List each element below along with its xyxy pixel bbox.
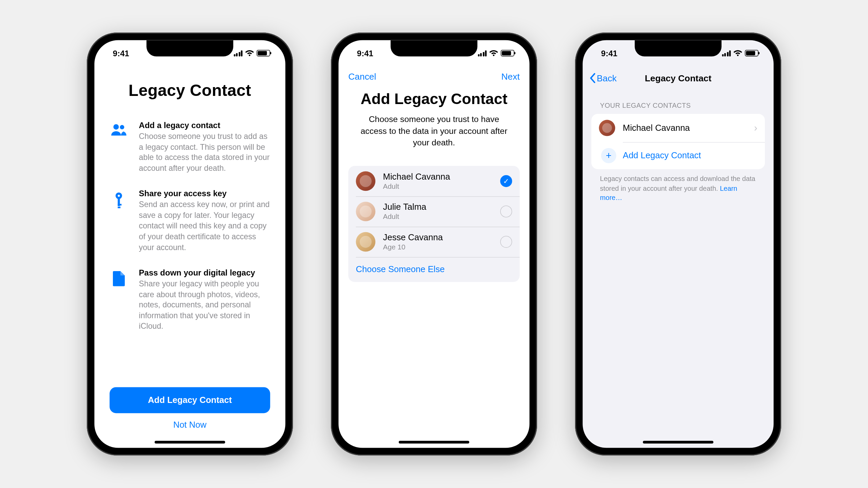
svg-point-0 (113, 124, 119, 129)
feature-title: Add a legacy contact (139, 120, 270, 129)
add-legacy-contact-row[interactable]: + Add Legacy Contact (591, 142, 765, 169)
notch (146, 40, 233, 56)
page-subtitle: Choose someone you trust to have access … (348, 113, 520, 148)
feature-body: Share your legacy with people you care a… (139, 279, 270, 332)
contact-name: Michael Cavanna (383, 172, 493, 182)
feature-title: Share your access key (139, 189, 270, 198)
battery-icon (501, 50, 514, 56)
footer-text: Legacy contacts can access and download … (591, 169, 765, 203)
phone-1: 9:41 Legacy Contact Add a legacy contact… (87, 33, 293, 455)
wifi-icon (489, 50, 498, 56)
home-indicator[interactable] (399, 441, 469, 444)
contact-row-jesse[interactable]: Jesse Cavanna Age 10 (348, 227, 520, 257)
battery-icon (257, 50, 270, 56)
status-time: 9:41 (357, 48, 373, 58)
next-button[interactable]: Next (501, 72, 520, 82)
wifi-icon (245, 50, 254, 56)
cancel-button[interactable]: Cancel (348, 72, 376, 82)
section-header: Your Legacy Contacts (600, 102, 765, 109)
svg-point-3 (118, 195, 120, 197)
notch (391, 40, 477, 56)
page-title: Add Legacy Contact (348, 90, 520, 108)
contact-subtitle: Adult (383, 212, 493, 221)
radio-icon[interactable] (500, 206, 512, 218)
choose-someone-else-button[interactable]: Choose Someone Else (348, 257, 520, 282)
legacy-contacts-list: Michael Cavanna › + Add Legacy Contact (591, 114, 765, 169)
notch (635, 40, 722, 56)
feature-title: Pass down your digital legacy (139, 268, 270, 277)
status-time: 9:41 (113, 48, 129, 58)
page-title: Legacy Contact (110, 81, 270, 100)
feature-digital-legacy: Pass down your digital legacy Share your… (110, 268, 270, 332)
people-icon (110, 120, 128, 174)
radio-checked-icon[interactable]: ✓ (500, 175, 512, 187)
not-now-button[interactable]: Not Now (110, 413, 270, 437)
avatar (356, 232, 376, 252)
battery-icon (745, 50, 758, 56)
feature-body: Send an access key now, or print and sav… (139, 200, 270, 253)
signal-icon (478, 50, 487, 56)
nav-title: Legacy Contact (645, 73, 712, 83)
document-icon (110, 268, 128, 332)
wifi-icon (733, 50, 742, 56)
feature-body: Choose someone you trust to add as a leg… (139, 131, 270, 174)
feature-add-contact: Add a legacy contact Choose someone you … (110, 120, 270, 174)
contact-name: Michael Cavanna (623, 123, 747, 133)
phone-3: 9:41 Back Legacy Contact Your Legacy Con… (575, 33, 781, 455)
signal-icon (234, 50, 242, 56)
chevron-left-icon (589, 73, 596, 83)
contact-subtitle: Age 10 (383, 243, 493, 251)
contact-row-julie[interactable]: Julie Talma Adult (348, 196, 520, 227)
back-button[interactable]: Back (589, 73, 617, 83)
phone-2: 9:41 Cancel Next Add Legacy Contact Choo… (331, 33, 537, 455)
avatar (356, 171, 376, 191)
signal-icon (722, 50, 731, 56)
home-indicator[interactable] (155, 441, 225, 444)
feature-access-key: Share your access key Send an access key… (110, 189, 270, 253)
plus-icon: + (601, 148, 616, 163)
svg-rect-5 (118, 204, 121, 206)
svg-rect-6 (118, 207, 120, 208)
status-time: 9:41 (601, 48, 617, 58)
key-icon (110, 189, 128, 253)
contact-list: Michael Cavanna Adult ✓ Julie Talma Adul… (348, 166, 520, 282)
contact-row-michael[interactable]: Michael Cavanna Adult ✓ (348, 166, 520, 197)
add-legacy-contact-button[interactable]: Add Legacy Contact (110, 387, 270, 413)
chevron-right-icon: › (754, 122, 757, 134)
radio-icon[interactable] (500, 236, 512, 248)
add-label: Add Legacy Contact (623, 151, 701, 161)
avatar (599, 120, 615, 136)
avatar (356, 202, 376, 221)
contact-name: Jesse Cavanna (383, 233, 493, 243)
legacy-contact-row[interactable]: Michael Cavanna › (591, 114, 765, 142)
back-label: Back (597, 73, 617, 83)
svg-point-1 (120, 125, 124, 129)
home-indicator[interactable] (643, 441, 713, 444)
contact-name: Julie Talma (383, 202, 493, 212)
contact-subtitle: Adult (383, 182, 493, 190)
